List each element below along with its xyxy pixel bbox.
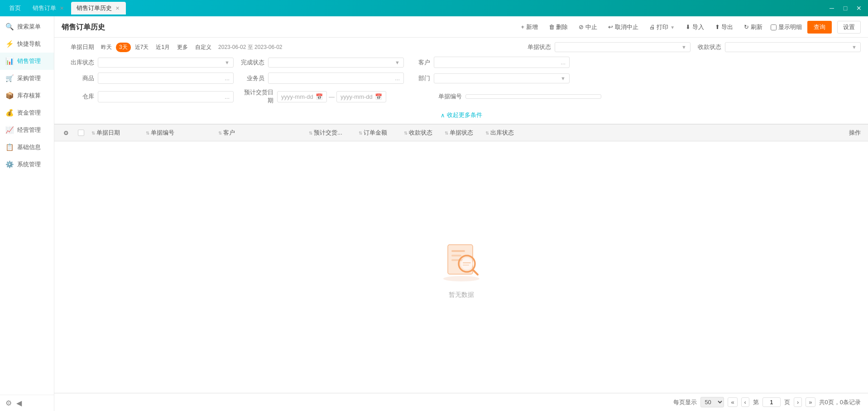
current-page-input[interactable] [762, 397, 781, 407]
salesperson-filter-input[interactable]: ... [268, 73, 404, 84]
th-customer[interactable]: ⇅ 客户 [215, 129, 305, 137]
outbound-status-select[interactable]: ▼ [98, 58, 234, 68]
date-more-btn[interactable]: 更多 [174, 43, 191, 52]
purchase-icon: 🛒 [5, 74, 14, 82]
receipt-status-label: 收款状态 [698, 43, 725, 51]
sidebar-item-operation[interactable]: 📈 经营管理 [0, 121, 54, 139]
delivery-date-label: 预计交货日期 [241, 88, 277, 105]
bill-status-label: 单据状态 [528, 43, 555, 51]
th-receipt-status-label: 收款状态 [409, 129, 432, 137]
query-btn[interactable]: 查询 [807, 21, 832, 34]
customer-filter-input[interactable]: ... [434, 57, 570, 68]
date-yesterday-btn[interactable]: 昨天 [98, 43, 115, 52]
th-outbound-status[interactable]: ⇅ 出库状态 [482, 129, 523, 137]
date-custom-btn[interactable]: 自定义 [192, 43, 215, 52]
tab-sales-order-history[interactable]: 销售订单历史 ✕ [71, 2, 126, 15]
last-page-btn[interactable]: » [806, 397, 815, 407]
content-area: 销售订单历史 + 新增 🗑 删除 ⊘ 中止 ↩ 取消中止 🖨 打印 ▼ [54, 16, 868, 411]
tab-sales-order-close[interactable]: ✕ [59, 5, 65, 12]
export-btn[interactable]: ⬆ 导出 [712, 22, 736, 33]
stop-btn[interactable]: ⊘ 中止 [576, 22, 600, 33]
sidebar-basic-label: 基础信息 [17, 143, 41, 151]
sidebar-bottom: ⚙ ◀ [0, 395, 54, 411]
bill-number-input[interactable] [465, 94, 601, 99]
th-bill-status[interactable]: ⇅ 单据状态 [441, 129, 482, 137]
tab-home-label: 首页 [9, 4, 21, 12]
sidebar-item-basic[interactable]: 📋 基础信息 [0, 139, 54, 156]
complete-status-select[interactable]: ▼ [268, 58, 404, 68]
cancel-stop-btn[interactable]: ↩ 取消中止 [605, 22, 641, 33]
print-dropdown-icon[interactable]: ▼ [670, 25, 675, 30]
calendar-to-icon[interactable]: 📅 [375, 93, 382, 100]
sidebar-item-finance[interactable]: 💰 资金管理 [0, 104, 54, 121]
refresh-btn[interactable]: ↻ 刷新 [741, 22, 765, 33]
setup-btn[interactable]: 设置 [837, 21, 861, 34]
first-page-btn[interactable]: « [728, 397, 737, 407]
import-btn[interactable]: ⬇ 导入 [683, 22, 707, 33]
window-close-btn[interactable]: ✕ [854, 3, 864, 14]
calendar-from-icon[interactable]: 📅 [316, 93, 323, 100]
sidebar-item-quick-nav[interactable]: ⚡ 快捷导航 [0, 35, 54, 53]
tab-sales-order-history-label: 销售订单历史 [77, 4, 112, 12]
svg-rect-4 [451, 259, 463, 261]
sidebar-collapse-btn[interactable]: ◀ [16, 399, 22, 407]
tab-home[interactable]: 首页 [4, 2, 26, 15]
th-bill-date[interactable]: ⇅ 单据日期 [88, 129, 142, 137]
goods-label: 商品 [62, 74, 98, 82]
sort-icon-bill-status: ⇅ [445, 131, 448, 135]
window-minimize-btn[interactable]: ─ [826, 3, 837, 14]
total-info: 共0页，0条记录 [819, 398, 861, 406]
bill-date-label: 单据日期 [62, 43, 98, 51]
sidebar-gear-btn[interactable]: ⚙ [5, 399, 12, 407]
page-word-pre: 第 [753, 398, 759, 406]
print-btn[interactable]: 🖨 打印 ▼ [647, 22, 678, 33]
delivery-date-to-input[interactable]: yyyy-mm-dd 📅 [336, 91, 386, 102]
customer-filter-label: 客户 [411, 58, 434, 67]
date-3days-btn[interactable]: 3天 [116, 43, 131, 52]
basic-icon: 📋 [5, 143, 14, 151]
settings-gear-icon[interactable]: ⚙ [63, 130, 69, 136]
search-icon: 🔍 [5, 23, 14, 31]
th-bill-number[interactable]: ⇅ 单据编号 [142, 129, 215, 137]
select-all-checkbox[interactable] [78, 130, 84, 136]
page-size-label: 每页显示 [673, 398, 697, 406]
page-title: 销售订单历史 [62, 23, 105, 32]
page-size-select[interactable]: 50 20 100 [700, 397, 724, 407]
svg-line-7 [473, 270, 478, 275]
outbound-status-arrow-icon: ▼ [225, 60, 230, 65]
th-order-amount[interactable]: ⇅ 订单金额 [355, 129, 400, 137]
dept-arrow-icon: ▼ [561, 76, 566, 81]
goods-filter-input[interactable]: ... [98, 73, 234, 84]
sidebar-item-purchase[interactable]: 🛒 采购管理 [0, 70, 54, 87]
import-btn-label: ⬇ 导入 [686, 23, 704, 31]
display-detail-checkbox[interactable] [771, 24, 777, 30]
collapse-bar[interactable]: ∧ 收起更多条件 [62, 109, 861, 119]
sidebar-item-system[interactable]: ⚙️ 系统管理 [0, 156, 54, 173]
th-settings[interactable]: ⚙ [58, 130, 74, 136]
filter-date-group: 昨天 3天 近7天 近1月 更多 自定义 2023-06-02 至 2023-0… [98, 43, 528, 52]
warehouse-filter-input[interactable]: ... [98, 91, 234, 102]
next-page-btn[interactable]: › [794, 397, 802, 407]
window-maximize-btn[interactable]: □ [840, 3, 851, 14]
delivery-date-from-input[interactable]: yyyy-mm-dd 📅 [277, 91, 327, 102]
th-checkbox[interactable] [74, 130, 88, 136]
tab-sales-order-history-close[interactable]: ✕ [115, 5, 120, 12]
prev-page-btn[interactable]: ‹ [741, 397, 749, 407]
bill-status-select[interactable]: ▼ [555, 42, 691, 52]
sort-icon-customer: ⇅ [218, 131, 222, 135]
th-delivery-date[interactable]: ⇅ 预计交货... [305, 129, 355, 137]
receipt-status-select[interactable]: ▼ [725, 42, 861, 52]
date-7days-btn[interactable]: 近7天 [132, 43, 152, 52]
tab-sales-order[interactable]: 销售订单 ✕ [27, 2, 70, 15]
new-btn[interactable]: + 新增 [518, 22, 541, 33]
sidebar-item-inventory[interactable]: 📦 库存核算 [0, 87, 54, 104]
page-word: 页 [784, 398, 790, 406]
th-receipt-status[interactable]: ⇅ 收款状态 [400, 129, 441, 137]
sidebar-item-search[interactable]: 🔍 搜索菜单 [0, 18, 54, 35]
display-detail-toggle[interactable]: 显示明细 [771, 23, 802, 31]
sidebar-item-sales[interactable]: 📊 销售管理 [0, 53, 54, 70]
sort-icon-receipt: ⇅ [404, 131, 408, 135]
delete-btn[interactable]: 🗑 删除 [546, 22, 571, 33]
dept-select[interactable]: ▼ [434, 73, 570, 83]
date-30days-btn[interactable]: 近1月 [153, 43, 173, 52]
